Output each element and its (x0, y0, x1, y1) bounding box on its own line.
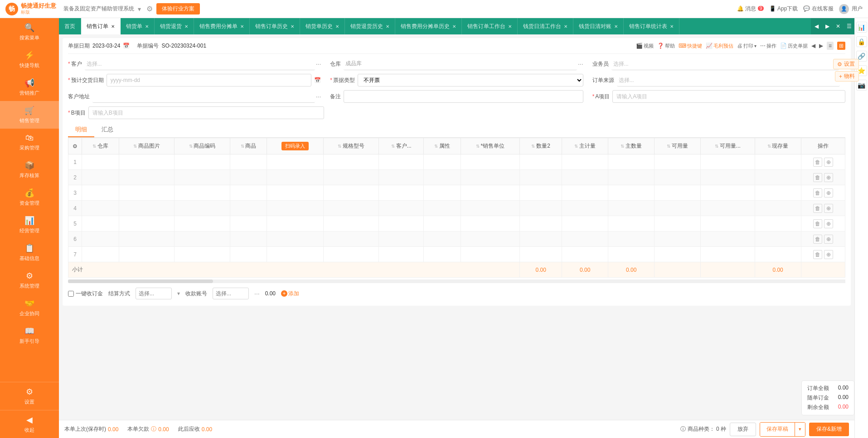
tab-close-11[interactable]: ✕ (614, 24, 618, 29)
col-header-15[interactable]: ⇅ 现存量 (755, 138, 801, 154)
col-header-3[interactable]: ⇅ 商品编码 (175, 138, 230, 154)
scrollbar-thumb[interactable] (68, 279, 213, 283)
sidebar-item-5[interactable]: 📦库存核算 (0, 156, 59, 183)
sidebar-item-9[interactable]: ⚙系统管理 (0, 266, 59, 294)
tab-item-6[interactable]: 销货单历史✕ (300, 18, 345, 34)
row-copy-7[interactable]: ⊕ (824, 250, 833, 259)
user-btn[interactable]: 👤 用户 (839, 4, 863, 14)
profit-preview-btn[interactable]: 📈 毛利预估 (706, 43, 733, 49)
customer-more-icon[interactable]: ··· (316, 60, 321, 67)
customer-input[interactable] (85, 58, 315, 70)
tab-close-6[interactable]: ✕ (335, 24, 339, 29)
tab-item-0[interactable]: 首页 (59, 18, 81, 34)
tab-close-10[interactable]: ✕ (564, 24, 567, 29)
sidebar-item-2[interactable]: 📢营销推广 (0, 73, 59, 101)
row-copy-3[interactable]: ⊕ (824, 188, 833, 197)
delivery-date-input[interactable] (107, 74, 312, 87)
view-toggle-grid[interactable]: ⊞ (837, 42, 845, 50)
tab-close-1[interactable]: ✕ (111, 24, 115, 29)
tab-prev-btn[interactable]: ◀ (811, 18, 822, 34)
tab-item-1[interactable]: 销售订单✕ (81, 18, 121, 34)
row-copy-5[interactable]: ⊕ (824, 219, 833, 228)
tab-menu-btn[interactable]: ☰ (844, 18, 854, 34)
address-more-icon[interactable]: ··· (316, 93, 321, 100)
tab-item-12[interactable]: 销售订单统计表✕ (624, 18, 679, 34)
warehouse-input[interactable] (344, 58, 577, 70)
row-delete-1[interactable]: 🗑 (813, 158, 822, 167)
history-btn[interactable]: 📄 历史单据 (780, 43, 808, 49)
print-btn[interactable]: 🖨 打印 ▾ (737, 43, 756, 49)
account-more-icon[interactable]: ··· (254, 290, 260, 297)
tab-close-9[interactable]: ✕ (508, 24, 512, 29)
warehouse-more-icon[interactable]: ··· (578, 60, 583, 67)
tab-close-2[interactable]: ✕ (145, 24, 149, 29)
view-toggle-list[interactable]: ≡ (827, 42, 834, 50)
row-copy-1[interactable]: ⊕ (824, 158, 833, 167)
remark-input[interactable] (344, 90, 583, 103)
tab-item-3[interactable]: 销货退货✕ (155, 18, 194, 34)
row-delete-2[interactable]: 🗑 (813, 173, 822, 182)
sidebar-item-11[interactable]: 📖新手引导 (0, 322, 59, 349)
settings-icon[interactable]: ⚙ (146, 5, 153, 13)
sidebar-item-7[interactable]: 📊经营管理 (0, 211, 59, 239)
col-header-11[interactable]: ⇅ 主计量 (562, 138, 608, 154)
tab-item-2[interactable]: 销货单✕ (121, 18, 155, 34)
right-chart-icon[interactable]: 📊 (856, 22, 867, 33)
notifications-btn[interactable]: 🔔 消息 9 (737, 5, 764, 13)
save-new-button[interactable]: 保存&新增 (809, 423, 849, 436)
sidebar-bottom-item-1[interactable]: ◀收起 (0, 410, 59, 438)
discard-button[interactable]: 放弃 (730, 423, 756, 436)
row-copy-4[interactable]: ⊕ (824, 204, 833, 213)
row-delete-5[interactable]: 🗑 (813, 219, 822, 228)
row-copy-2[interactable]: ⊕ (824, 173, 833, 182)
tab-close-all-btn[interactable]: ✕ (833, 18, 844, 34)
salesperson-input[interactable] (611, 58, 839, 70)
table-scrollbar[interactable] (68, 279, 845, 283)
sidebar-item-3[interactable]: 🛒销售管理 (0, 101, 59, 129)
date-calendar-icon[interactable]: 📅 (123, 43, 130, 49)
add-material-button[interactable]: + 物料 (835, 71, 854, 82)
account-input[interactable] (213, 288, 249, 299)
online-support-btn[interactable]: 💬 在线客服 (803, 5, 833, 13)
customer-address-input[interactable] (92, 90, 315, 103)
tab-close-8[interactable]: ✕ (452, 24, 456, 29)
tab-item-8[interactable]: 销售费用分摊单历史✕ (395, 18, 462, 34)
col-header-7[interactable]: ⇅ 客户... (379, 138, 424, 154)
column-settings-button[interactable]: ⚙ 设置 (833, 59, 854, 69)
a-project-input[interactable] (612, 90, 845, 103)
tab-next-btn[interactable]: ▶ (822, 18, 833, 34)
video-btn[interactable]: 🎬 视频 (636, 43, 654, 49)
add-payment-btn[interactable]: + 添加 (281, 290, 299, 298)
col-header-1[interactable]: ⇅ 仓库 (82, 138, 119, 154)
payment-method-input[interactable] (136, 288, 172, 299)
sidebar-bottom-item-0[interactable]: ⚙设置 (0, 382, 59, 410)
sidebar-item-6[interactable]: 💰资金管理 (0, 183, 59, 211)
one-click-checkbox[interactable]: 一键收订金 (68, 290, 103, 298)
pager-prev-icon[interactable]: ◀ (811, 43, 815, 49)
shortcut-btn[interactable]: ⌨ 快捷键 (679, 43, 702, 49)
row-delete-7[interactable]: 🗑 (813, 250, 822, 259)
tab-detail[interactable]: 明细 (68, 123, 94, 137)
col-header-8[interactable]: ⇅ 属性 (424, 138, 461, 154)
col-header-6[interactable]: ⇅ 规格型号 (323, 138, 379, 154)
row-delete-3[interactable]: 🗑 (813, 188, 822, 197)
app-download-btn[interactable]: 📱 App下载 (769, 5, 798, 13)
tab-item-4[interactable]: 销售费用分摊单✕ (194, 18, 250, 34)
save-draft-button[interactable]: 保存草稿 (760, 423, 795, 436)
col-header-14[interactable]: ⇅ 可用量... (701, 138, 755, 154)
sidebar-item-0[interactable]: 🔍搜索菜单 (0, 18, 59, 46)
sidebar-item-1[interactable]: ⚡快捷导航 (0, 46, 59, 73)
pager-next-icon[interactable]: ▶ (819, 43, 823, 49)
row-delete-6[interactable]: 🗑 (813, 235, 822, 244)
order-source-input[interactable] (617, 74, 840, 87)
solution-button[interactable]: 体验行业方案 (156, 3, 200, 14)
tab-close-5[interactable]: ✕ (291, 24, 294, 29)
tab-item-7[interactable]: 销货退货历史✕ (345, 18, 395, 34)
tab-item-11[interactable]: 钱货日清对账✕ (573, 18, 624, 34)
tab-close-4[interactable]: ✕ (240, 24, 244, 29)
sidebar-item-10[interactable]: 🤝企业协同 (0, 294, 59, 322)
col-header-9[interactable]: ⇅ *销售单位 (461, 138, 520, 154)
tab-close-7[interactable]: ✕ (386, 24, 389, 29)
b-project-input[interactable] (88, 106, 324, 119)
col-header-13[interactable]: ⇅ 可用量 (655, 138, 701, 154)
